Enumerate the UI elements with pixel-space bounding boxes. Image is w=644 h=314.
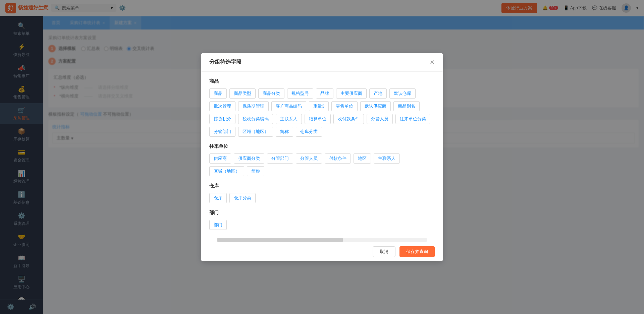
field-tag-brand[interactable]: 品牌 — [316, 88, 333, 99]
field-tag-tax-code[interactable]: 税收分类编码 — [238, 114, 273, 124]
field-tag-pay-terms2[interactable]: 付款条件 — [325, 153, 351, 157]
modal-overlay: 分组待选字段 ✕ 商品 商品 商品类型 商品分类 规格型号 品牌 主要供应商 产… — [0, 0, 644, 157]
field-tag-main-contact[interactable]: 主联系人 — [276, 114, 302, 124]
field-tag-warehouse-cat[interactable]: 仓库分类 — [296, 127, 322, 137]
modal-body[interactable]: 商品 商品 商品类型 商品分类 规格型号 品牌 主要供应商 产地 默认仓库 批次… — [201, 72, 443, 157]
modal-header: 分组待选字段 ✕ — [201, 53, 443, 72]
field-tag-partner-cat[interactable]: 往来单位分类 — [395, 114, 430, 124]
modal: 分组待选字段 ✕ 商品 商品 商品类型 商品分类 规格型号 品牌 主要供应商 产… — [201, 53, 443, 157]
field-group-partner-title: 往来单位 — [209, 143, 435, 149]
modal-title: 分组待选字段 — [209, 59, 241, 66]
field-tag-origin[interactable]: 产地 — [369, 88, 387, 99]
field-tag-goods-type[interactable]: 商品类型 — [229, 88, 256, 99]
field-tag-alias[interactable]: 商品别名 — [393, 101, 420, 111]
field-tag-spec[interactable]: 规格型号 — [287, 88, 313, 99]
field-tag-expiry[interactable]: 保质期管理 — [238, 101, 269, 111]
field-tag-batch[interactable]: 批次管理 — [209, 101, 235, 111]
field-tag-supplier-cat[interactable]: 供应商分类 — [234, 153, 264, 157]
field-tag-goods[interactable]: 商品 — [209, 88, 227, 99]
field-group-goods: 商品 商品 商品类型 商品分类 规格型号 品牌 主要供应商 产地 默认仓库 批次… — [209, 78, 435, 137]
field-tag-short-name[interactable]: 简称 — [276, 127, 293, 137]
field-tag-dept[interactable]: 分管部门 — [209, 127, 235, 137]
field-tag-manager2[interactable]: 分管人员 — [296, 153, 322, 157]
field-group-partner: 往来单位 供应商 供应商分类 分管部门 分管人员 付款条件 地区 主联系人 区域… — [209, 143, 435, 157]
field-tag-payment-terms[interactable]: 收付款条件 — [333, 114, 364, 124]
field-tag-manager[interactable]: 分管人员 — [367, 114, 393, 124]
field-list-goods: 商品 商品类型 商品分类 规格型号 品牌 主要供应商 产地 默认仓库 批次管理 … — [209, 88, 435, 137]
field-list-partner: 供应商 供应商分类 分管部门 分管人员 付款条件 地区 主联系人 区域（地区） … — [209, 153, 435, 157]
field-tag-main-supplier[interactable]: 主要供应商 — [336, 88, 367, 99]
field-tag-main-contact2[interactable]: 主联系人 — [374, 153, 400, 157]
field-tag-customer-code[interactable]: 客户商品编码 — [271, 101, 306, 111]
field-tag-settlement-unit[interactable]: 结算单位 — [305, 114, 331, 124]
field-tag-goods-cat[interactable]: 商品分类 — [258, 88, 284, 99]
field-tag-dept2[interactable]: 分管部门 — [267, 153, 293, 157]
field-tag-default-supplier[interactable]: 默认供应商 — [360, 101, 391, 111]
modal-close-btn[interactable]: ✕ — [430, 59, 435, 66]
field-tag-weight[interactable]: 重量3 — [309, 101, 329, 111]
field-tag-area[interactable]: 地区 — [354, 153, 371, 157]
field-tag-region[interactable]: 区域（地区） — [238, 127, 273, 137]
field-tag-retail-unit[interactable]: 零售单位 — [331, 101, 358, 111]
field-tag-default-warehouse[interactable]: 默认仓库 — [389, 88, 416, 99]
field-tag-supplier[interactable]: 供应商 — [209, 153, 231, 157]
field-group-goods-title: 商品 — [209, 78, 435, 84]
field-tag-pick-points[interactable]: 拣货积分 — [209, 114, 235, 124]
